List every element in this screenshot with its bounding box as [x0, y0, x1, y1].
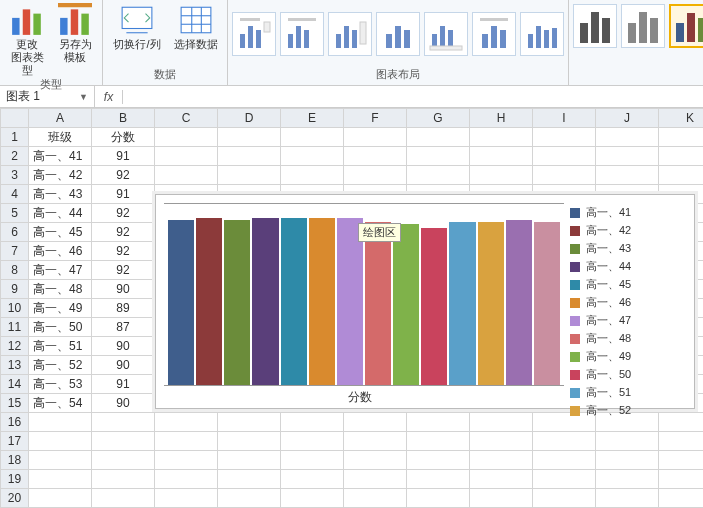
- cell[interactable]: [659, 432, 704, 451]
- cell[interactable]: 92: [92, 204, 155, 223]
- layout-option-1[interactable]: [232, 12, 276, 56]
- cell[interactable]: 91: [92, 147, 155, 166]
- layout-option-4[interactable]: [376, 12, 420, 56]
- chart-bar[interactable]: [449, 222, 475, 385]
- cell[interactable]: [29, 489, 92, 508]
- cell[interactable]: [281, 489, 344, 508]
- row-header[interactable]: 2: [1, 147, 29, 166]
- cell[interactable]: 91: [92, 185, 155, 204]
- legend-item[interactable]: 高一、42: [570, 223, 688, 238]
- cell[interactable]: [470, 413, 533, 432]
- cell[interactable]: [281, 451, 344, 470]
- cell[interactable]: 高一、48: [29, 280, 92, 299]
- cell[interactable]: [218, 166, 281, 185]
- row-header[interactable]: 9: [1, 280, 29, 299]
- cell[interactable]: [155, 147, 218, 166]
- legend-item[interactable]: 高一、48: [570, 331, 688, 346]
- cell[interactable]: [407, 128, 470, 147]
- column-header[interactable]: K: [659, 109, 704, 128]
- cell[interactable]: [281, 147, 344, 166]
- cell[interactable]: 高一、52: [29, 356, 92, 375]
- chart-bar[interactable]: [309, 218, 335, 385]
- row-header[interactable]: 8: [1, 261, 29, 280]
- change-chart-type-button[interactable]: 更改图表类型: [6, 4, 48, 77]
- name-box[interactable]: 图表 1 ▼: [0, 86, 95, 107]
- cell[interactable]: 90: [92, 337, 155, 356]
- cell[interactable]: [344, 470, 407, 489]
- row-header[interactable]: 4: [1, 185, 29, 204]
- cell[interactable]: [344, 413, 407, 432]
- chart-bar[interactable]: [393, 224, 419, 385]
- legend-item[interactable]: 高一、46: [570, 295, 688, 310]
- cell[interactable]: [470, 147, 533, 166]
- cell[interactable]: [92, 432, 155, 451]
- cell[interactable]: [218, 432, 281, 451]
- legend-item[interactable]: 高一、50: [570, 367, 688, 382]
- row-header[interactable]: 14: [1, 375, 29, 394]
- column-header[interactable]: C: [155, 109, 218, 128]
- chevron-down-icon[interactable]: ▼: [79, 92, 88, 102]
- cell[interactable]: [92, 489, 155, 508]
- layout-option-7[interactable]: [520, 12, 564, 56]
- cell[interactable]: [29, 470, 92, 489]
- cell[interactable]: [596, 470, 659, 489]
- cell[interactable]: 89: [92, 299, 155, 318]
- cell[interactable]: [533, 489, 596, 508]
- legend-item[interactable]: 高一、41: [570, 205, 688, 220]
- cell[interactable]: 高一、49: [29, 299, 92, 318]
- formula-input[interactable]: [123, 95, 703, 99]
- chart-bar[interactable]: [421, 228, 447, 385]
- cell[interactable]: 92: [92, 166, 155, 185]
- cell[interactable]: [29, 413, 92, 432]
- chart-bar[interactable]: [365, 222, 391, 385]
- column-header[interactable]: J: [596, 109, 659, 128]
- row-header[interactable]: 13: [1, 356, 29, 375]
- chart-bar[interactable]: [168, 220, 194, 385]
- row-header[interactable]: 5: [1, 204, 29, 223]
- cell[interactable]: 92: [92, 223, 155, 242]
- row-header[interactable]: 12: [1, 337, 29, 356]
- cell[interactable]: 高一、43: [29, 185, 92, 204]
- row-header[interactable]: 20: [1, 489, 29, 508]
- column-header[interactable]: I: [533, 109, 596, 128]
- cell[interactable]: [344, 147, 407, 166]
- style-option-2[interactable]: [621, 4, 665, 48]
- cell[interactable]: [155, 451, 218, 470]
- cell[interactable]: 高一、51: [29, 337, 92, 356]
- legend-item[interactable]: 高一、43: [570, 241, 688, 256]
- cell[interactable]: [281, 470, 344, 489]
- cell[interactable]: [155, 413, 218, 432]
- cell[interactable]: [218, 147, 281, 166]
- column-header[interactable]: A: [29, 109, 92, 128]
- legend-item[interactable]: 高一、51: [570, 385, 688, 400]
- cell[interactable]: 90: [92, 394, 155, 413]
- cell[interactable]: [659, 489, 704, 508]
- cell[interactable]: [281, 432, 344, 451]
- cell[interactable]: [155, 128, 218, 147]
- cell[interactable]: [29, 451, 92, 470]
- cell[interactable]: [596, 147, 659, 166]
- cell[interactable]: [29, 432, 92, 451]
- cell[interactable]: [659, 451, 704, 470]
- cell[interactable]: 分数: [92, 128, 155, 147]
- row-header[interactable]: 3: [1, 166, 29, 185]
- layout-option-2[interactable]: [280, 12, 324, 56]
- cell[interactable]: [155, 470, 218, 489]
- cell[interactable]: [659, 128, 704, 147]
- cell[interactable]: 92: [92, 242, 155, 261]
- cell[interactable]: 高一、41: [29, 147, 92, 166]
- row-header[interactable]: 18: [1, 451, 29, 470]
- select-data-button[interactable]: 选择数据: [171, 4, 221, 51]
- style-option-3[interactable]: [669, 4, 703, 48]
- cell[interactable]: 92: [92, 261, 155, 280]
- layout-option-3[interactable]: [328, 12, 372, 56]
- column-header[interactable]: D: [218, 109, 281, 128]
- cell[interactable]: [533, 470, 596, 489]
- row-header[interactable]: 17: [1, 432, 29, 451]
- cell[interactable]: [470, 489, 533, 508]
- cell[interactable]: [533, 128, 596, 147]
- cell[interactable]: [218, 489, 281, 508]
- cell[interactable]: 87: [92, 318, 155, 337]
- cell[interactable]: [659, 166, 704, 185]
- legend-item[interactable]: 高一、47: [570, 313, 688, 328]
